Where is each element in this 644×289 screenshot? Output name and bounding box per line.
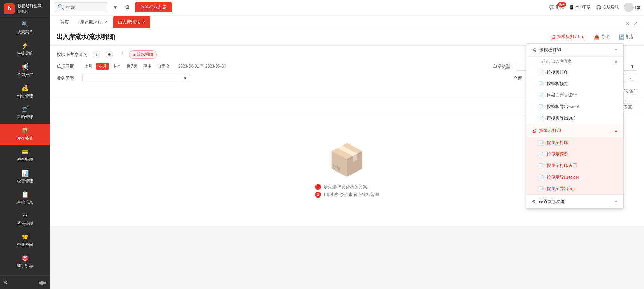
current-template-label: 当前：出入库流水 [532,59,572,64]
dp-item-display_export_pdf[interactable]: 📄按显示导出pdf [526,183,623,194]
bill-type-label: 单据类型 [493,63,513,70]
empty-steps: 1 请先选择要分析的方案 2 用[过滤]条件来缩小分析范围 [315,183,379,199]
sidebar-label-sales: 销售管理 [17,93,33,99]
messages-btn[interactable]: 💬 消息 99+ [549,4,564,10]
sidebar-label-guide: 新手引导 [17,263,33,269]
sidebar-label-purchase: 采购管理 [17,114,33,120]
sidebar-bottom: ⚙ ◀▶ [0,275,50,289]
dp-item-icon-template_print: 📄 [538,70,544,75]
dp-item-display_export_excel[interactable]: 📄按显示导出excel [526,172,623,183]
sidebar-item-sales[interactable]: 💰 销售管理 [0,81,50,102]
export-icon: 📤 [594,34,599,40]
dp-item-template_custom[interactable]: 📄模板自定义设计 [526,89,623,101]
collapse-sidebar-icon[interactable]: ◀▶ [38,279,47,286]
tab-label-home: 首页 [60,19,69,25]
tab-flow[interactable]: 出入库流水✕ [113,16,150,28]
settings-icon[interactable]: ⚙ [3,279,8,286]
dp-item-template_preview[interactable]: 📄按模板预览 [526,78,623,89]
dp-item-template_export_excel[interactable]: 📄按模板导出excel [526,101,623,112]
page-title: 出入库流水(流水明细) [57,33,115,45]
sidebar-item-finance[interactable]: 💳 资金管理 [0,145,50,166]
date-opt-this_year[interactable]: 本年 [111,63,123,70]
biz-type-label: 业务类型 [57,75,77,81]
sidebar-item-marketing[interactable]: 📢 营销推广 [0,60,50,81]
sidebar-icon-inventory: 📦 [21,127,29,134]
sidebar-item-guide[interactable]: 🎯 新手引导 [0,251,50,272]
sidebar-item-search[interactable]: 🔍 搜索菜单 [0,17,50,38]
app-name: 畅捷通好生意 [18,4,42,9]
biz-type-select[interactable]: ▾ [82,74,190,82]
dp-item-label-display_preview: 按显示预览 [547,151,568,157]
current-chevron: ▶ [615,59,618,64]
current-template-row: 当前：出入库流水 ▶ [526,57,623,67]
app-download-label: App下载 [576,4,591,10]
sidebar-label-marketing: 营销推广 [17,72,33,78]
sidebar-item-shortcut[interactable]: ⚡ 快捷导航 [0,38,50,60]
filter-add-btn[interactable]: + [93,51,100,58]
tab-home[interactable]: 首页 [55,16,74,28]
chevron-down-icon-2: ▾ [184,76,186,81]
date-range: 2023-06-01 至 2023-06-30 [178,63,226,69]
template-section-chevron: ▼ [614,48,618,52]
sidebar-item-coop[interactable]: 🤝 企业协同 [0,230,50,251]
template-print-section-header[interactable]: 🖨 按模板打印 ▼ [526,44,623,57]
tab-label-batch: 库存批次账 [80,19,102,25]
default-func-row[interactable]: ⚙ 设置默认功能 ▼ [526,195,623,208]
sidebar: b 畅捷通好生意 标准版 🔍 搜索菜单 ⚡ 快捷导航 📢 营销推广 💰 销售管理… [0,0,50,289]
expand-tabs-btn[interactable]: ⤢ [632,19,639,28]
dp-item-label-template_preview: 按模板预览 [547,81,568,87]
sidebar-icon-marketing: 📢 [21,63,29,71]
tab-batch[interactable]: 库存批次账✕ [75,16,112,28]
tab-close-flow[interactable]: ✕ [142,20,145,25]
export-btn[interactable]: 📤 导出 [591,32,612,41]
sidebar-label-inventory: 库存核算 [17,136,33,141]
app-download-btn[interactable]: 📱 App下载 [569,4,591,10]
sidebar-item-operation[interactable]: 📊 经营管理 [0,166,50,187]
sidebar-icon-purchase: 🛒 [21,106,29,113]
dp-item-template_export_pdf[interactable]: 📄按模板导出pdf [526,112,623,124]
display-print-section-header[interactable]: 🖨 按显示打印 ▲ [526,124,623,137]
sidebar-icon-sales: 💰 [21,84,29,92]
filter-collapse-left-btn[interactable]: 《 [118,51,124,58]
date-opt-more[interactable]: 更多 [141,63,153,70]
date-opt-last_month[interactable]: 上月 [82,63,94,70]
dropdown-arrow-btn[interactable]: ▼ [111,3,120,12]
customer-service-btn[interactable]: 🎧 在线客服 [596,4,619,10]
default-func-label: 设置默认功能 [539,199,565,205]
settings-gear-btn[interactable]: ⚙ [123,3,132,12]
dp-item-template_print[interactable]: 📄按模板打印 [526,67,623,78]
phone-icon: 📱 [569,5,574,10]
dp-item-label-display_print_settings: 按显示打印设置 [547,163,577,169]
display-print-section-label: 按显示打印 [539,128,561,134]
user-avatar-area[interactable]: Rit [624,3,640,12]
sidebar-item-basic[interactable]: 📋 基础信息 [0,187,50,209]
print-template-btn[interactable]: 🖨 按模板打印 ▲ [549,32,587,41]
sidebar-item-inventory[interactable]: 📦 库存核算 [0,124,50,145]
sidebar-label-operation: 经营管理 [17,178,33,184]
close-all-tabs-btn[interactable]: ✕ [624,19,631,28]
filter-tag[interactable]: ● 流水明细 [129,50,157,59]
sidebar-label-search: 搜索菜单 [17,29,33,35]
dp-item-label-display_export_pdf: 按显示导出pdf [547,186,575,192]
search-input[interactable] [66,5,104,10]
dp-item-display_print[interactable]: 📄按显示打印 [526,137,623,149]
logo-icon: b [4,3,15,14]
sidebar-item-system[interactable]: ⚙ 系统管理 [0,209,50,230]
date-opt-custom[interactable]: 自定义 [155,63,172,70]
sidebar-icon-system: ⚙ [22,212,28,219]
refresh-btn[interactable]: 🔄 刷新 [616,32,637,41]
industry-btn[interactable]: 体验行业方案 [135,2,172,12]
step-2-text: 用[过滤]条件来缩小分析范围 [324,191,379,199]
topbar-search-box[interactable]: 🔍 [54,2,108,12]
dp-item-display_preview[interactable]: 📄按显示预览 [526,149,623,160]
date-opt-this_month[interactable]: 本月 [96,63,109,70]
display-section-chevron: ▲ [614,128,618,133]
sidebar-item-appstore[interactable]: 🏪 应用中心 [0,272,50,275]
tab-close-batch[interactable]: ✕ [104,20,107,25]
sidebar-item-purchase[interactable]: 🛒 采购管理 [0,102,50,124]
sidebar-icon-finance: 💳 [21,148,29,156]
date-opt-last7[interactable]: 近7天 [125,63,139,70]
filter-setting-btn[interactable]: ⚙ [106,51,113,58]
sidebar-icon-shortcut: ⚡ [21,42,29,49]
dp-item-display_print_settings[interactable]: 📄按显示打印设置 [526,160,623,172]
